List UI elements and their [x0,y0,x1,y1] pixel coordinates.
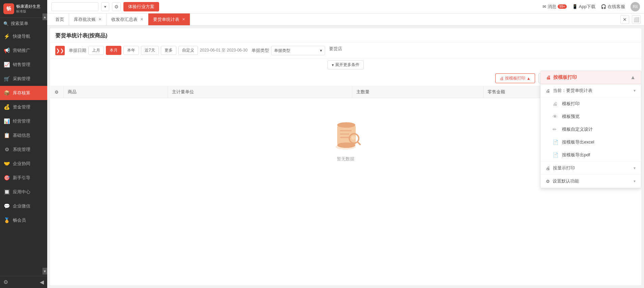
print-template-btn[interactable]: 🖨 按模板打印 ▲ [495,73,535,83]
tab-close-batch[interactable]: ✕ [98,17,101,22]
sidebar-item-marketing[interactable]: 📢 营销推广 [0,43,47,58]
sidebar-nav: ⚡ 快捷导航 📢 营销推广 📈 销售管理 🛒 采购管理 📦 库存核算 💰 资金管… [0,29,47,276]
sidebar-item-finance[interactable]: 💰 资金管理 [0,100,47,114]
page-header: 要货单统计表(按商品) [50,28,641,42]
search-input[interactable] [51,2,98,11]
marketing-icon: 📢 [3,47,10,54]
newbie-icon: 🎯 [3,174,10,181]
app-download-btn[interactable]: 📱 App下载 [572,4,595,10]
industry-btn[interactable]: 体验行业方案 [123,2,159,11]
sidebar-item-purchase[interactable]: 🛒 采购管理 [0,72,47,86]
svg-line-8 [357,142,360,145]
sidebar-scroll-down[interactable]: ▼ [42,268,47,275]
messages-btn[interactable]: ✉ 消息 99+ [543,4,567,10]
sidebar-item-sales[interactable]: 📈 销售管理 [0,58,47,72]
tab-receipt-summary[interactable]: 收发存汇总表 ✕ [107,13,148,25]
export-pdf-icon: 📄 [553,152,559,158]
print-dropdown-title: 🖨 按模板打印 [546,74,577,81]
tab-maximize-btn[interactable]: ⬜ [632,15,641,24]
tab-home[interactable]: 首页 [51,13,69,25]
print-dropdown-icon: 🖨 [546,75,551,80]
date-btn-this-month[interactable]: 本月 [106,46,121,55]
main-area: ▾ ⚙ 体验行业方案 ✉ 消息 99+ 📱 App下载 🎧 在线客服 Rit [47,0,644,288]
sidebar-item-newbie[interactable]: 🎯 新手引导 [0,171,47,185]
type-filter-select[interactable]: 单据类型 ▾ [271,46,325,55]
sidebar-item-system[interactable]: ⚙ 系统管理 [0,142,47,157]
template-print-icon: 🖨 [553,101,559,106]
topbar-right: ✉ 消息 99+ 📱 App下载 🎧 在线客服 Rit [543,2,640,11]
wechat-icon: 💬 [3,203,10,210]
sidebar-item-member[interactable]: 🏅 畅会员 [0,213,47,227]
search-icon: 🔍 [3,21,9,26]
print-dropdown-close-btn[interactable]: ▲ [630,74,636,81]
user-avatar[interactable]: Rit [631,2,640,11]
tab-close-order[interactable]: ✕ [182,17,185,22]
tab-close-all-btn[interactable]: ✕ [620,15,629,24]
sidebar-collapse-icon[interactable]: ◀ [40,279,44,285]
sidebar-item-inventory[interactable]: 📦 库存核算 [0,86,47,100]
sidebar-scroll-up[interactable]: ▲ [42,13,47,20]
date-btn-custom[interactable]: 自定义 [178,46,198,55]
sidebar-item-corp[interactable]: 🤝 企业协同 [0,157,47,171]
export-pdf-item[interactable]: 📄 按模板导出pdf [540,149,641,161]
topbar-gear-icon[interactable]: ⚙ [112,2,121,11]
filter-toggle-btn[interactable]: ❯❯ [55,46,65,55]
print-icon: 🖨 [500,76,504,81]
corp-icon: 🤝 [3,160,10,167]
search-menu-item[interactable]: 🔍 搜索菜单 [0,18,47,29]
online-service-btn[interactable]: 🎧 在线客服 [601,4,625,10]
display-print-header[interactable]: 🖨 按显示打印 ▾ [540,162,641,174]
page-content: 要货单统计表(按商品) ❯❯ 单据日期 上月 本月 本年 近7天 更多 自定义 … [50,28,641,285]
template-items-section: 🖨 模板打印 👁 模板预览 ✏ 模板自定义设计 📄 按模板导出excel [540,97,641,162]
tab-order-stats[interactable]: 要货单统计表 ✕ [148,13,190,25]
type-filter-group: 单据类型 单据类型 ▾ [252,46,325,55]
display-print-section: 🖨 按显示打印 ▾ [540,162,641,175]
date-btn-this-year[interactable]: 本年 [123,46,139,55]
sidebar-item-wechat[interactable]: 💬 企业微信 [0,199,47,213]
default-func-chevron: ▾ [634,179,636,184]
template-design-item[interactable]: ✏ 模板自定义设计 [540,123,641,136]
svg-rect-1 [337,125,356,145]
sidebar-item-appstore[interactable]: 🔲 应用中心 [0,185,47,199]
col-checkbox[interactable]: ⚙ [50,86,63,98]
date-btn-last-month[interactable]: 上月 [88,46,104,55]
current-template-header[interactable]: 🖨 当前：要货单统计表 ▾ [540,84,641,97]
settings-icon[interactable]: ⚙ [55,90,59,95]
tab-batch-account[interactable]: 库存批次账 ✕ [69,13,107,25]
logo-icon: 畅 [3,3,14,14]
template-design-icon: ✏ [553,127,559,132]
svg-rect-5 [340,133,349,135]
sidebar-settings-icon[interactable]: ⚙ [3,279,8,285]
col-unit: 主计量单位 [168,86,352,98]
sidebar-item-basic[interactable]: 📋 基础信息 [0,128,47,142]
sidebar-item-quick[interactable]: ⚡ 快捷导航 [0,29,47,43]
empty-illustration [329,118,362,152]
expand-more-btn[interactable]: ▾ 展开更多条件 [327,60,364,69]
tab-close-receipt[interactable]: ✕ [140,17,143,22]
table-toolbar: 🖨 按模板打印 ▲ ↑ 导出 ↻ 刷新 ··· 查询 设置 🖨 按模板打印 [50,71,641,86]
current-template-icon: 🖨 [546,88,550,93]
sidebar-item-operation[interactable]: 📊 经营管理 [0,114,47,128]
export-excel-item[interactable]: 📄 按模板导出excel [540,136,641,149]
col-goods: 商品 [63,86,168,98]
filter-area: ❯❯ 单据日期 上月 本月 本年 近7天 更多 自定义 2023-06-01 至… [50,42,641,59]
template-print-item[interactable]: 🖨 模板打印 [540,97,641,110]
page-title: 要货单统计表(按商品) [55,33,108,38]
svg-rect-4 [340,130,352,131]
default-func-header[interactable]: ⚙ 设置默认功能 ▾ [540,175,641,188]
service-icon: 🎧 [601,4,606,9]
topbar-dropdown[interactable]: ▾ [101,2,109,11]
message-icon: ✉ [543,4,546,9]
inventory-icon: 📦 [3,90,10,96]
date-btn-7days[interactable]: 近7天 [141,46,159,55]
template-preview-item[interactable]: 👁 模板预览 [540,110,641,123]
logo-text: 畅康通好生意 标准版 [16,4,40,14]
select-chevron-icon: ▾ [320,48,322,53]
date-btn-more[interactable]: 更多 [161,46,176,55]
sidebar: 畅 畅康通好生意 标准版 🔍 搜索菜单 ⚡ 快捷导航 📢 营销推广 📈 销售管理… [0,0,47,288]
tabs-controls: ✕ ⬜ [620,15,641,24]
print-chevron-icon: ▲ [527,76,531,81]
current-template-section: 🖨 当前：要货单统计表 ▾ [540,84,641,97]
current-template-chevron: ▾ [634,88,636,93]
display-print-chevron: ▾ [634,166,636,170]
